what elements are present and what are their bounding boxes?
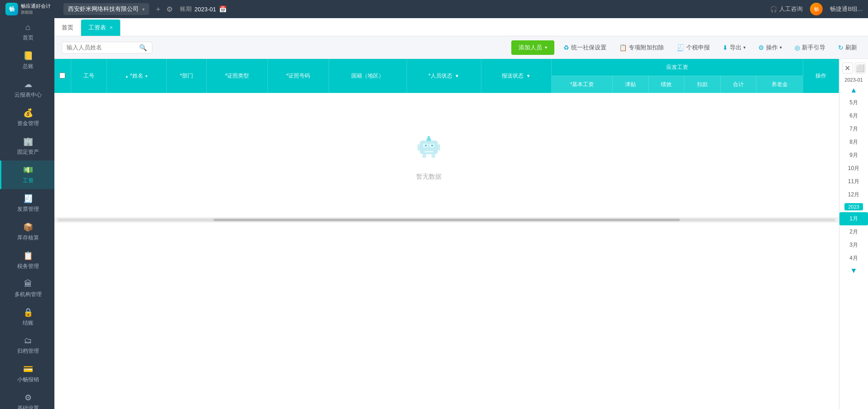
tab-salary[interactable]: 工资表 ×	[81, 19, 121, 36]
tab-salary-label: 工资表	[88, 24, 106, 32]
th-id-num: *证照号码	[267, 59, 329, 93]
app-sub: 旗舰版	[21, 10, 51, 15]
th-num: 工号	[71, 59, 107, 93]
toolbar-action-guide[interactable]: ◎ 新手引导	[791, 42, 829, 54]
status-filter-icon[interactable]: ▼	[455, 73, 459, 78]
th-operations: 操作	[803, 59, 839, 93]
toolbar-action-label: 刷新	[845, 44, 857, 52]
search-input[interactable]	[67, 44, 139, 51]
sidebar-item-label: 总账	[23, 63, 34, 70]
sidebar-item-cloud[interactable]: ☁ 云报表中心	[0, 75, 54, 103]
sidebar-item-salary[interactable]: 💵 工资	[0, 161, 54, 189]
year-label[interactable]: 2023	[844, 203, 863, 210]
sidebar-item-label: 税务管理	[17, 263, 39, 270]
toolbar-action-label: 操作	[766, 44, 778, 52]
settings-icon: ⚙	[24, 393, 32, 403]
expense-icon: 💳	[23, 364, 33, 374]
month-7[interactable]: 7月	[839, 122, 868, 136]
svg-rect-8	[417, 144, 420, 151]
cloud-icon: ☁	[24, 79, 32, 89]
report-filter-icon[interactable]: ▼	[526, 73, 531, 78]
sidebar-item-invoice[interactable]: 🧾 发票管理	[0, 189, 54, 218]
sidebar-item-label: 发票管理	[17, 205, 39, 213]
company-selector[interactable]: 西安虾米网络科技有限公司 ▾	[63, 3, 149, 15]
sidebar-item-label: 库存核算	[17, 234, 39, 242]
archive-icon: 🗂	[24, 336, 32, 346]
sidebar-item-label: 归档管理	[17, 347, 39, 355]
select-all-checkbox[interactable]	[59, 73, 65, 78]
month-12[interactable]: 12月	[839, 188, 868, 201]
closing-icon: 🔒	[23, 307, 33, 317]
scroll-down-icon[interactable]: ▼	[849, 265, 859, 277]
month-10[interactable]: 10月	[839, 162, 868, 175]
month-11[interactable]: 11月	[839, 175, 868, 188]
svg-rect-3	[425, 145, 427, 146]
sidebar-item-funds[interactable]: 💰 资金管理	[0, 103, 54, 132]
table-container: 工号 ▲ *姓名 ▼ *部门 *证照类型 *证照号码 国籍（地区）	[54, 59, 839, 409]
toolbar-action-ops[interactable]: ⚙ 操作 ▾	[755, 42, 786, 54]
right-date-panel: ✕ ⬜ 2023-01 ▲ 5月 6月 7月 8月 9月 10月 11月 12月…	[839, 59, 868, 409]
month-6[interactable]: 6月	[839, 109, 868, 122]
sidebar-item-archive[interactable]: 🗂 归档管理	[0, 331, 54, 360]
tabs-bar: 首页 工资表 ×	[54, 18, 868, 36]
sidebar-item-closing[interactable]: 🔒 结账	[0, 303, 54, 331]
special-deduction-icon: 📋	[619, 44, 627, 51]
scroll-up-icon[interactable]: ▲	[849, 84, 859, 96]
add-person-button[interactable]: 添加人员 ▾	[511, 40, 554, 55]
toolbar-action-social[interactable]: ♻ 统一社保设置	[560, 42, 610, 54]
ledger-icon: 📒	[23, 51, 33, 61]
close-window-button[interactable]: ✕	[842, 63, 853, 73]
settings-icon[interactable]: ⚙	[166, 5, 173, 14]
scrollbar-thumb[interactable]	[213, 219, 680, 221]
toolbar-action-refresh[interactable]: ↻ 刷新	[834, 42, 861, 54]
salary-icon: 💵	[23, 165, 33, 175]
month-1-active[interactable]: 1月	[839, 212, 868, 225]
support-button[interactable]: 🎧 人工咨询	[770, 5, 803, 13]
tab-home[interactable]: 首页	[54, 19, 81, 36]
month-2[interactable]: 2月	[839, 225, 868, 239]
export-arrow-icon: ▾	[743, 45, 746, 50]
th-pension: 养老金	[756, 76, 803, 93]
username: 畅捷通B组...	[830, 5, 863, 13]
month-4[interactable]: 4月	[839, 252, 868, 265]
tab-close-icon[interactable]: ×	[110, 24, 113, 31]
invoice-icon: 🧾	[23, 194, 33, 204]
salary-table: 工号 ▲ *姓名 ▼ *部门 *证照类型 *证照号码 国籍（地区）	[54, 59, 839, 217]
social-security-icon: ♻	[563, 44, 569, 51]
toolbar-action-label: 导出	[730, 44, 742, 52]
sidebar-item-label: 云报表中心	[15, 91, 42, 99]
toolbar-action-special[interactable]: 📋 专项附加扣除	[616, 42, 668, 54]
horizontal-scrollbar[interactable]	[54, 217, 839, 223]
sidebar-item-assets[interactable]: 🏢 固定资产	[0, 132, 54, 161]
top-header: 畅 畅应通好会计 旗舰版 西安虾米网络科技有限公司 ▾ ＋ ⚙ 账期 2023-…	[0, 0, 868, 18]
th-total: 合计	[720, 76, 756, 93]
toolbar: 🔍 添加人员 ▾ ♻ 统一社保设置 📋 专项附加扣除 🧾 个税申报 ⬇ 导	[54, 36, 868, 59]
sidebar-item-settings[interactable]: ⚙ 基础设置	[0, 388, 54, 409]
scrollbar-track	[58, 219, 835, 221]
user-avatar[interactable]: 畅	[810, 3, 823, 15]
svg-rect-10	[422, 154, 426, 158]
month-5[interactable]: 5月	[839, 96, 868, 109]
toolbar-action-tax[interactable]: 🧾 个税申报	[673, 42, 713, 54]
calendar-icon[interactable]: 📅	[219, 5, 227, 13]
sidebar-item-ledger[interactable]: 📒 总账	[0, 46, 54, 75]
app-logo-icon: 畅	[5, 3, 18, 15]
empty-state-cell: 暂无数据	[54, 93, 803, 217]
month-9[interactable]: 9月	[839, 149, 868, 162]
maximize-window-button[interactable]: ⬜	[855, 63, 866, 73]
add-icon[interactable]: ＋	[155, 5, 162, 14]
th-id-type: *证照类型	[207, 59, 268, 93]
sidebar-item-expense[interactable]: 💳 小畅报销	[0, 360, 54, 388]
sort-desc-icon: ▼	[145, 74, 148, 78]
month-3[interactable]: 3月	[839, 239, 868, 252]
guide-action-icon: ◎	[795, 44, 800, 51]
th-performance: 绩效	[649, 76, 684, 93]
sidebar-item-tax[interactable]: 📋 税务管理	[0, 246, 54, 275]
month-8[interactable]: 8月	[839, 136, 868, 149]
sidebar-item-inventory[interactable]: 📦 库存核算	[0, 218, 54, 246]
sidebar-item-home[interactable]: ⌂ 首页	[0, 18, 54, 46]
sidebar-item-multi[interactable]: 🏛 多机构管理	[0, 275, 54, 303]
toolbar-action-export[interactable]: ⬇ 导出 ▾	[719, 42, 749, 54]
svg-rect-5	[424, 151, 433, 152]
th-salary-group: 应发工资	[552, 59, 803, 76]
